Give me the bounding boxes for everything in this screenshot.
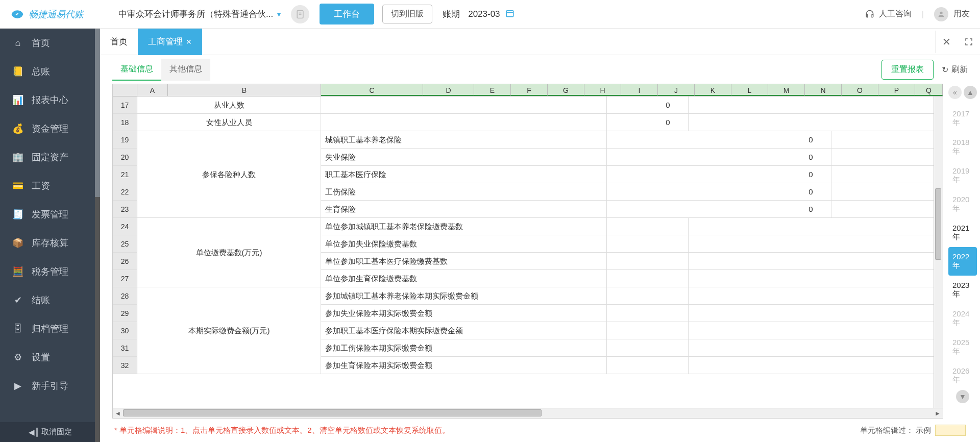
close-all-tabs[interactable]: ✕ bbox=[935, 31, 958, 53]
cell[interactable] bbox=[321, 114, 607, 131]
col-header-A[interactable]: A bbox=[137, 84, 168, 96]
cell[interactable]: 参加工伤保险本期实际缴费金额 bbox=[321, 339, 607, 356]
row-header[interactable]: 26 bbox=[113, 253, 137, 269]
cell-value[interactable]: 0 bbox=[648, 114, 689, 131]
row-header[interactable]: 20 bbox=[113, 149, 137, 165]
vertical-scrollbar[interactable] bbox=[934, 96, 943, 408]
sidebar-scrollbar[interactable] bbox=[95, 29, 100, 442]
cell-value[interactable] bbox=[648, 218, 689, 235]
sidebar-item-9[interactable]: ✔结账 bbox=[0, 286, 100, 314]
sidebar-item-3[interactable]: 💰资金管理 bbox=[0, 114, 100, 143]
tab-business-management[interactable]: 工商管理 ✕ bbox=[138, 29, 202, 55]
sidebar-item-10[interactable]: 🗄归档管理 bbox=[0, 314, 100, 343]
refresh-button[interactable]: ↻ 刷新 bbox=[942, 64, 968, 75]
cell[interactable]: 单位参加城镇职工基本养老保险缴费基数 bbox=[321, 218, 607, 235]
row-header[interactable]: 22 bbox=[113, 183, 137, 200]
col-header-Q[interactable]: Q bbox=[915, 84, 943, 96]
col-header-O[interactable]: O bbox=[842, 84, 878, 96]
cell[interactable]: 单位缴费基数(万元) bbox=[137, 218, 321, 287]
sidebar-unpin[interactable]: ◀┃ 取消固定 bbox=[0, 422, 100, 442]
year-2017年[interactable]: 2017年 bbox=[948, 104, 977, 133]
year-2026年[interactable]: 2026年 bbox=[948, 361, 977, 390]
user-menu[interactable]: 用友 bbox=[934, 7, 970, 21]
col-header-J[interactable]: J bbox=[658, 84, 695, 96]
sidebar-item-5[interactable]: 💳工资 bbox=[0, 171, 100, 200]
cell-value[interactable] bbox=[648, 339, 689, 356]
cell-value[interactable]: 0 bbox=[791, 201, 831, 217]
col-header-N[interactable]: N bbox=[805, 84, 842, 96]
row-header[interactable]: 25 bbox=[113, 235, 137, 252]
col-header-C[interactable]: C bbox=[321, 84, 423, 96]
company-dropdown[interactable]: 中审众环会计师事务所（特殊普通合伙... ▾ bbox=[118, 8, 281, 20]
cell[interactable] bbox=[321, 96, 607, 113]
sidebar-item-11[interactable]: ⚙设置 bbox=[0, 343, 100, 372]
sidebar-item-2[interactable]: 📊报表中心 bbox=[0, 86, 100, 114]
subtab-other[interactable]: 其他信息 bbox=[161, 59, 210, 81]
vscroll-thumb[interactable] bbox=[935, 188, 941, 260]
cell[interactable]: 参保各险种人数 bbox=[137, 131, 321, 218]
sidebar-item-12[interactable]: ▶新手引导 bbox=[0, 372, 100, 400]
cell-value[interactable]: 0 bbox=[791, 149, 831, 165]
rail-up-icon[interactable]: ▲ bbox=[964, 86, 977, 99]
hscroll-right-arrow[interactable]: ► bbox=[933, 408, 943, 419]
rail-collapse-icon[interactable]: « bbox=[948, 86, 962, 99]
cell-value[interactable]: 0 bbox=[648, 96, 689, 113]
old-version-button[interactable]: 切到旧版 bbox=[382, 5, 432, 23]
cell[interactable]: 女性从业人员 bbox=[137, 114, 321, 131]
col-header-I[interactable]: I bbox=[621, 84, 658, 96]
year-2024年[interactable]: 2024年 bbox=[948, 304, 977, 333]
close-tab-icon[interactable]: ✕ bbox=[186, 38, 192, 46]
horizontal-scrollbar[interactable]: ◄ ► bbox=[112, 408, 943, 419]
year-2019年[interactable]: 2019年 bbox=[948, 161, 977, 190]
sidebar-item-7[interactable]: 📦库存核算 bbox=[0, 229, 100, 257]
cell-value[interactable] bbox=[648, 287, 689, 304]
row-header[interactable]: 29 bbox=[113, 305, 137, 322]
rail-down-icon[interactable]: ▼ bbox=[956, 390, 969, 403]
col-header-G[interactable]: G bbox=[548, 84, 584, 96]
sidebar-item-6[interactable]: 🧾发票管理 bbox=[0, 200, 100, 229]
cell-value[interactable] bbox=[648, 270, 689, 287]
cell-value[interactable]: 0 bbox=[791, 166, 831, 183]
cell[interactable]: 单位参加职工基本医疗保险缴费基数 bbox=[321, 253, 607, 269]
spreadsheet[interactable]: ABCDEFGHIJKLMNOPQ 17从业人数018女性从业人员0参保各险种人… bbox=[112, 84, 943, 408]
cell[interactable]: 从业人数 bbox=[137, 96, 321, 113]
sidebar-item-4[interactable]: 🏢固定资产 bbox=[0, 143, 100, 171]
select-all-corner[interactable] bbox=[113, 84, 137, 96]
cell[interactable]: 参加职工基本医疗保险本期实际缴费金额 bbox=[321, 322, 607, 339]
year-2022年[interactable]: 2022年 bbox=[948, 247, 977, 276]
tab-home[interactable]: 首页 bbox=[100, 29, 138, 55]
cell[interactable]: 参加生育保险本期实际缴费金额 bbox=[321, 357, 607, 374]
row-header[interactable]: 24 bbox=[113, 218, 137, 235]
col-header-K[interactable]: K bbox=[695, 84, 731, 96]
row-header[interactable]: 21 bbox=[113, 166, 137, 183]
cell[interactable]: 参加失业保险本期实际缴费金额 bbox=[321, 305, 607, 322]
consult-link[interactable]: 人工咨询 bbox=[865, 9, 912, 19]
year-2023年[interactable]: 2023年 bbox=[948, 276, 977, 304]
hscroll-left-arrow[interactable]: ◄ bbox=[113, 408, 123, 419]
workspace-button[interactable]: 工作台 bbox=[320, 4, 374, 24]
cell-value[interactable] bbox=[648, 322, 689, 339]
col-header-B[interactable]: B bbox=[168, 84, 321, 96]
row-header[interactable]: 31 bbox=[113, 339, 137, 356]
hscroll-thumb[interactable] bbox=[123, 409, 542, 416]
col-header-F[interactable]: F bbox=[511, 84, 548, 96]
col-header-P[interactable]: P bbox=[878, 84, 915, 96]
row-header[interactable]: 17 bbox=[113, 96, 137, 113]
cell[interactable]: 失业保险 bbox=[321, 149, 607, 165]
cell[interactable]: 工伤保险 bbox=[321, 183, 607, 200]
cell[interactable]: 生育保险 bbox=[321, 201, 607, 217]
col-header-H[interactable]: H bbox=[584, 84, 621, 96]
cell[interactable]: 单位参加生育保险缴费基数 bbox=[321, 270, 607, 287]
cell[interactable]: 城镇职工基本养老保险 bbox=[321, 131, 607, 148]
row-header[interactable]: 32 bbox=[113, 357, 137, 374]
cell[interactable]: 单位参加失业保险缴费基数 bbox=[321, 235, 607, 252]
col-header-E[interactable]: E bbox=[474, 84, 511, 96]
sheet-body[interactable]: 17从业人数018女性从业人员0参保各险种人数19城镇职工基本养老保险020失业… bbox=[113, 96, 943, 374]
fullscreen-icon[interactable] bbox=[958, 31, 980, 53]
row-header[interactable]: 27 bbox=[113, 270, 137, 287]
row-header[interactable]: 28 bbox=[113, 287, 137, 304]
row-header[interactable]: 19 bbox=[113, 131, 137, 148]
cell-value[interactable] bbox=[648, 235, 689, 252]
cell-value[interactable] bbox=[648, 305, 689, 322]
cell-value[interactable]: 0 bbox=[791, 183, 831, 200]
